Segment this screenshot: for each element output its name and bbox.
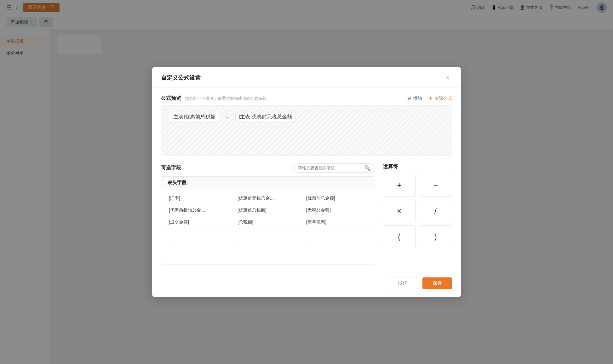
clear-formula-button[interactable]: ✦ 清除公式 <box>428 95 452 101</box>
fields-search-box[interactable]: 🔍 <box>293 163 375 173</box>
field-item-extra-1[interactable]: … <box>165 235 234 246</box>
modal-close-button[interactable]: × <box>443 73 452 82</box>
field-item-pre-tax-total[interactable]: [优惠前总税额] <box>234 204 302 216</box>
undo-icon: ↩ <box>407 95 411 101</box>
modal-body: 公式预览 预览区不可修改，请通过撤销或清除公式编辑 ↩ 撤销 ✦ 清除公式 <box>152 88 461 272</box>
operator-minus-button[interactable]: － <box>419 174 452 196</box>
operator-divide-button[interactable]: / <box>419 200 452 222</box>
field-item-pre-tax-exempt-total[interactable]: [优惠前无税总金… <box>234 192 302 204</box>
clear-label: 清除公式 <box>434 96 452 101</box>
undo-label: 撤销 <box>413 96 422 101</box>
fields-section-label: 可选字段 <box>161 165 181 171</box>
fields-group-header: 表头字段 <box>161 177 375 189</box>
formula-operator-1: － <box>224 113 230 121</box>
modal-header: 自定义公式设置 × <box>152 67 461 88</box>
field-item-order-discount[interactable]: [整单优惠] <box>302 216 371 228</box>
formula-section-left: 公式预览 预览区不可修改，请通过撤销或清除公式编辑 <box>161 95 267 102</box>
fields-search-input[interactable] <box>298 166 362 170</box>
formula-modal: 自定义公式设置 × 公式预览 预览区不可修改，请通过撤销或清除公式编辑 ↩ 撤销 <box>152 67 461 297</box>
save-button[interactable]: 保存 <box>422 277 452 289</box>
formula-content: [主表]优惠前总税额 － [主表]优惠前无税总金额 <box>169 112 444 122</box>
field-item-extra-3[interactable]: … <box>302 235 371 246</box>
field-item-transaction-amount[interactable]: [成交金额] <box>165 216 234 228</box>
field-item-tax-exempt-total[interactable]: [无税总金额] <box>302 204 371 216</box>
operators-column: 运算符 + － × / ( ) <box>383 163 452 264</box>
cancel-button[interactable]: 取消 <box>388 277 418 289</box>
close-icon: × <box>446 75 450 81</box>
fields-header: 可选字段 🔍 <box>161 163 375 173</box>
modal-footer: 取消 保存 <box>152 272 461 297</box>
fields-grid-2: … … … <box>161 231 375 249</box>
modal-overlay: 自定义公式设置 × 公式预览 预览区不可修改，请通过撤销或清除公式编辑 ↩ 撤销 <box>0 0 613 364</box>
field-item-total-tax[interactable]: [总税额] <box>234 216 302 228</box>
clear-icon: ✦ <box>428 95 433 101</box>
operator-close-paren-button[interactable]: ) <box>419 225 452 248</box>
formula-section-hint: 预览区不可修改，请通过撤销或清除公式编辑 <box>185 96 267 101</box>
fields-list-box[interactable]: 表头字段 [汇率] [优惠前无税总金… [优惠前总金额] [优惠前折扣总金… [… <box>161 176 375 264</box>
field-item-pre-discount-total2[interactable]: [优惠前折扣总金… <box>165 204 234 216</box>
search-icon: 🔍 <box>364 165 370 171</box>
formula-token-1: [主表]优惠前总税额 <box>169 112 219 122</box>
modal-title: 自定义公式设置 <box>161 74 201 82</box>
field-item-extra-2[interactable]: … <box>234 235 302 246</box>
fields-column: 可选字段 🔍 表头字段 [汇率] [优惠前无税总金… [优惠前总金额] <box>161 163 375 264</box>
formula-token-2: [主表]优惠前无税总金额 <box>235 112 295 122</box>
operator-open-paren-button[interactable]: ( <box>383 225 416 248</box>
fields-grid: [汇率] [优惠前无税总金… [优惠前总金额] [优惠前折扣总金… [优惠前总税… <box>161 189 375 231</box>
bottom-section: 可选字段 🔍 表头字段 [汇率] [优惠前无税总金… [优惠前总金额] <box>161 163 452 264</box>
formula-section-actions: ↩ 撤销 ✦ 清除公式 <box>407 95 452 101</box>
operator-plus-button[interactable]: + <box>383 174 416 196</box>
field-item-pre-discount-total[interactable]: [优惠前总金额] <box>302 192 371 204</box>
formula-section-header: 公式预览 预览区不可修改，请通过撤销或清除公式编辑 ↩ 撤销 ✦ 清除公式 <box>161 95 452 102</box>
operator-multiply-button[interactable]: × <box>383 200 416 222</box>
undo-button[interactable]: ↩ 撤销 <box>407 95 422 101</box>
operators-title: 运算符 <box>383 163 452 170</box>
field-item-exchange-rate[interactable]: [汇率] <box>165 192 234 204</box>
operators-grid: + － × / ( ) <box>383 174 452 248</box>
formula-section-label: 公式预览 <box>161 95 181 102</box>
formula-preview-box: [主表]优惠前总税额 － [主表]优惠前无税总金额 <box>161 105 452 156</box>
